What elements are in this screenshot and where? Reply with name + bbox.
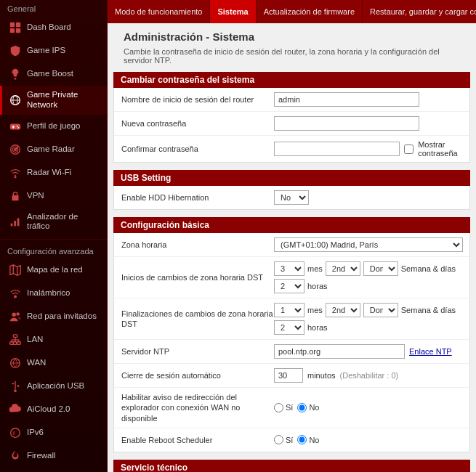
select-dst-num2[interactable]: 1 bbox=[274, 303, 304, 317]
sidebar-item-mapa-red[interactable]: Mapa de la red bbox=[0, 259, 107, 282]
sidebar-label-game-boost: Game Boost bbox=[27, 69, 73, 79]
section-cambiar-contrasena-body: Nombre de inicio de sesión del router Nu… bbox=[113, 88, 470, 163]
tab-actualizacion-firmware[interactable]: Actualización de firmware bbox=[257, 0, 363, 23]
radio-label-no-reboot[interactable]: No bbox=[297, 435, 319, 444]
input-confirmar-contrasena[interactable] bbox=[274, 142, 400, 156]
svg-rect-28 bbox=[13, 335, 17, 338]
label-zona-horaria: Zona horaria bbox=[121, 240, 274, 250]
svg-rect-3 bbox=[16, 28, 20, 33]
control-nueva-contrasena bbox=[274, 116, 462, 131]
cierre-deshabilitar-label: (Deshabilitar : 0) bbox=[340, 371, 399, 380]
input-cierre-sesion[interactable] bbox=[274, 368, 303, 383]
sidebar-label-dashboard: Dash Board bbox=[27, 23, 71, 33]
row-enable-reboot: Enable Reboot Scheduler Sí No bbox=[114, 428, 469, 452]
checkbox-mostrar-contrasena[interactable] bbox=[404, 145, 414, 154]
tab-modo-funcionamiento[interactable]: Modo de funcionamiento bbox=[108, 0, 210, 23]
rocket-icon bbox=[8, 67, 23, 81]
svg-point-25 bbox=[15, 296, 17, 298]
select-dst-horas2[interactable]: 2 bbox=[274, 320, 304, 335]
sidebar-label-game-ips: Game IPS bbox=[27, 46, 65, 56]
svg-rect-31 bbox=[17, 342, 21, 345]
main-content: Modo de funcionamiento Sistema Actualiza… bbox=[108, 0, 476, 472]
radio-si-aviso[interactable] bbox=[274, 403, 283, 412]
label-finalizaciones-dst: Finalizaciones de cambios de zona horari… bbox=[121, 309, 274, 330]
section-usb-header: USB Setting bbox=[113, 170, 470, 186]
sidebar-label-game-radar: Game Radar bbox=[27, 145, 75, 155]
tab-restaurar-guardar[interactable]: Restaurar, guardar y cargar configuració… bbox=[363, 0, 476, 23]
radio-no-reboot[interactable] bbox=[297, 435, 307, 444]
sidebar-item-inalambrico[interactable]: Inalámbrico bbox=[0, 282, 107, 305]
gamepad-icon bbox=[8, 119, 23, 134]
input-nueva-contrasena[interactable] bbox=[274, 116, 419, 131]
sidebar-label-perfil-juego: Perfil de juego bbox=[27, 121, 81, 131]
sidebar-item-aicloud[interactable]: AiCloud 2.0 bbox=[0, 398, 107, 421]
sidebar-item-lan[interactable]: LAN bbox=[0, 328, 107, 351]
sidebar-label-wan: WAN bbox=[27, 358, 46, 368]
sidebar-label-aplicacion-usb: Aplicación USB bbox=[27, 381, 84, 391]
dst-semana-label1: Semana & días bbox=[401, 264, 456, 273]
usb-icon bbox=[8, 379, 23, 394]
lan-icon bbox=[8, 333, 23, 347]
select-zona-horaria[interactable]: (GMT+01:00) Madrid, París bbox=[274, 237, 463, 252]
sidebar-item-game-private-network[interactable]: Game Private Network bbox=[0, 86, 107, 115]
sidebar-item-analizador[interactable]: Analizador de tráfico bbox=[0, 208, 107, 237]
svg-rect-21 bbox=[17, 219, 20, 227]
input-nombre-inicio[interactable] bbox=[274, 92, 419, 107]
control-enable-hdd: No bbox=[274, 190, 462, 205]
sidebar-item-wan[interactable]: WAN bbox=[0, 351, 107, 375]
input-servidor-ntp[interactable] bbox=[274, 344, 405, 359]
sidebar-label-mapa-red: Mapa de la red bbox=[27, 265, 83, 275]
sidebar-label-ipv6: IPv6 bbox=[27, 428, 44, 438]
sidebar-item-radar-wifi[interactable]: Radar Wi-Fi bbox=[0, 161, 107, 184]
sidebar-section-general: General bbox=[0, 0, 107, 16]
sidebar-item-aplicacion-usb[interactable]: Aplicación USB bbox=[0, 375, 107, 398]
sidebar-label-game-private-network: Game Private Network bbox=[27, 90, 101, 110]
ipv6-icon: 6 bbox=[8, 426, 23, 440]
sidebar-item-game-radar[interactable]: Game Radar bbox=[0, 138, 107, 161]
select-dst-num1[interactable]: 3 bbox=[274, 261, 304, 276]
sidebar-item-dashboard[interactable]: Dash Board bbox=[0, 16, 107, 39]
dst-horas-label2: horas bbox=[307, 323, 328, 332]
sidebar-item-game-ips[interactable]: Game IPS bbox=[0, 39, 107, 62]
svg-point-26 bbox=[12, 313, 16, 317]
sidebar-item-game-boost[interactable]: Game Boost bbox=[0, 62, 107, 86]
tab-sistema[interactable]: Sistema bbox=[210, 0, 256, 23]
row-cierre-sesion: Cierre de sesión automático minutos (Des… bbox=[114, 364, 469, 388]
control-enable-reboot: Sí No bbox=[274, 435, 462, 444]
sidebar-item-firewall[interactable]: Firewall bbox=[0, 444, 107, 468]
grid-icon bbox=[8, 20, 23, 35]
select-enable-hdd[interactable]: No bbox=[274, 190, 309, 205]
select-dst-week1[interactable]: 2nd bbox=[326, 261, 360, 276]
sidebar-item-ipv6[interactable]: 6 IPv6 bbox=[0, 421, 107, 444]
radio-label-si-aviso[interactable]: Sí bbox=[274, 403, 293, 412]
sidebar-item-red-invitados[interactable]: Red para invitados bbox=[0, 305, 107, 328]
select-dst-dom2[interactable]: Dom bbox=[363, 303, 398, 317]
control-inicios-dst: 3 mes 2nd Dom Semana & días 2 horas bbox=[274, 261, 462, 293]
radio-si-reboot-text: Sí bbox=[286, 436, 293, 444]
svg-rect-19 bbox=[11, 224, 13, 227]
select-dst-horas1[interactable]: 2 bbox=[274, 279, 304, 293]
section-config-basica-header: Configuración básica bbox=[113, 217, 470, 233]
sidebar-item-vpn[interactable]: VPN bbox=[0, 184, 107, 208]
sidebar-item-perfil-juego[interactable]: Perfil de juego bbox=[0, 115, 107, 138]
row-servidor-ntp: Servidor NTP Enlace NTP bbox=[114, 340, 469, 364]
control-confirmar-contrasena: Mostrar contraseña bbox=[274, 140, 476, 158]
radio-no-reboot-text: No bbox=[309, 436, 319, 444]
row-inicios-dst: Inicios de cambios de zona horaria DST 3… bbox=[114, 257, 469, 298]
label-confirmar-contrasena: Confirmar contraseña bbox=[121, 144, 274, 154]
dst-horas-label1: horas bbox=[307, 282, 328, 290]
svg-rect-20 bbox=[14, 221, 16, 226]
radio-no-aviso[interactable] bbox=[297, 403, 307, 412]
radio-label-si-reboot[interactable]: Sí bbox=[274, 435, 293, 444]
svg-point-44 bbox=[17, 385, 20, 387]
svg-marker-22 bbox=[10, 265, 20, 275]
dst-row-finalizaciones: 1 mes 2nd Dom Semana & días 2 horas bbox=[274, 303, 462, 335]
select-dst-week2[interactable]: 2nd bbox=[326, 303, 360, 317]
select-dst-dom1[interactable]: Dom bbox=[363, 261, 398, 276]
radio-si-reboot[interactable] bbox=[274, 435, 283, 444]
svg-point-40 bbox=[14, 390, 17, 393]
radio-label-no-aviso[interactable]: No bbox=[297, 403, 319, 412]
enlace-ntp-link[interactable]: Enlace NTP bbox=[409, 347, 452, 356]
cloud-icon bbox=[8, 402, 23, 417]
svg-point-17 bbox=[15, 176, 16, 178]
